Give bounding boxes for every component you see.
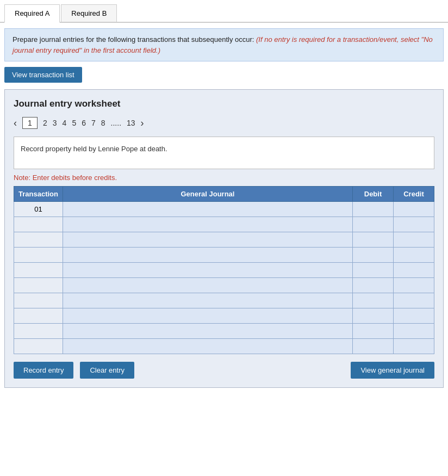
debit-input[interactable] bbox=[355, 234, 391, 245]
debit-input[interactable] bbox=[355, 250, 391, 260]
debit-cell[interactable] bbox=[353, 278, 394, 293]
debit-cell[interactable] bbox=[353, 308, 394, 324]
credit-cell[interactable] bbox=[394, 217, 434, 232]
credit-cell[interactable] bbox=[394, 324, 434, 339]
page-7[interactable]: 7 bbox=[91, 119, 96, 127]
debit-input[interactable] bbox=[355, 295, 391, 306]
debit-cell[interactable] bbox=[353, 293, 394, 308]
page-2[interactable]: 2 bbox=[43, 119, 47, 127]
debit-input[interactable] bbox=[355, 326, 391, 336]
instruction-main: Prepare journal entries for the followin… bbox=[13, 35, 256, 44]
col-header-credit: Credit bbox=[394, 187, 434, 202]
debit-cell[interactable] bbox=[353, 202, 394, 217]
credit-input[interactable] bbox=[396, 234, 432, 245]
journal-input[interactable] bbox=[65, 341, 350, 351]
debit-input[interactable] bbox=[355, 341, 391, 351]
prev-page-arrow[interactable]: ‹ bbox=[14, 118, 17, 129]
page-8[interactable]: 8 bbox=[101, 119, 105, 127]
journal-input[interactable] bbox=[65, 326, 350, 336]
debit-input[interactable] bbox=[355, 219, 391, 230]
page-1[interactable]: 1 bbox=[22, 117, 38, 129]
transaction-cell bbox=[14, 339, 63, 354]
page-6[interactable]: 6 bbox=[82, 119, 86, 127]
credit-cell[interactable] bbox=[394, 263, 434, 278]
general-journal-cell[interactable] bbox=[63, 217, 352, 232]
credit-cell[interactable] bbox=[394, 248, 434, 263]
page-13[interactable]: 13 bbox=[127, 119, 135, 127]
credit-input[interactable] bbox=[396, 265, 432, 275]
page-navigation: ‹ 1 2 3 4 5 6 7 8 ..... 13 › bbox=[14, 117, 434, 129]
page-ellipsis: ..... bbox=[111, 119, 121, 127]
journal-input[interactable] bbox=[65, 311, 350, 321]
clear-entry-button[interactable]: Clear entry bbox=[80, 362, 134, 379]
worksheet-container: Journal entry worksheet ‹ 1 2 3 4 5 6 7 … bbox=[4, 89, 444, 388]
journal-table: Transaction General Journal Debit Credit… bbox=[14, 186, 434, 354]
journal-input[interactable] bbox=[65, 250, 350, 260]
credit-input[interactable] bbox=[396, 204, 432, 214]
worksheet-title: Journal entry worksheet bbox=[14, 98, 434, 109]
general-journal-cell[interactable] bbox=[63, 202, 352, 217]
credit-input[interactable] bbox=[396, 250, 432, 260]
tab-required-a[interactable]: Required A bbox=[4, 4, 60, 23]
col-header-general-journal: General Journal bbox=[63, 187, 352, 202]
page-3[interactable]: 3 bbox=[53, 119, 57, 127]
credit-cell[interactable] bbox=[394, 202, 434, 217]
general-journal-cell[interactable] bbox=[63, 232, 352, 248]
credit-input[interactable] bbox=[396, 219, 432, 230]
description-text: Record property held by Lennie Pope at d… bbox=[21, 145, 167, 153]
general-journal-cell[interactable] bbox=[63, 324, 352, 339]
journal-input[interactable] bbox=[65, 265, 350, 275]
debit-input[interactable] bbox=[355, 311, 391, 321]
instruction-box: Prepare journal entries for the followin… bbox=[4, 28, 444, 61]
transaction-cell bbox=[14, 278, 63, 293]
credit-input[interactable] bbox=[396, 326, 432, 336]
journal-input[interactable] bbox=[65, 295, 350, 306]
debit-cell[interactable] bbox=[353, 217, 394, 232]
general-journal-cell[interactable] bbox=[63, 308, 352, 324]
transaction-cell bbox=[14, 263, 63, 278]
debit-cell[interactable] bbox=[353, 339, 394, 354]
debit-cell[interactable] bbox=[353, 263, 394, 278]
view-transaction-button[interactable]: View transaction list bbox=[4, 67, 82, 83]
credit-cell[interactable] bbox=[394, 339, 434, 354]
debit-input[interactable] bbox=[355, 280, 391, 290]
table-row bbox=[14, 278, 434, 293]
general-journal-cell[interactable] bbox=[63, 293, 352, 308]
transaction-cell bbox=[14, 293, 63, 308]
record-entry-button[interactable]: Record entry bbox=[14, 362, 73, 379]
page-5[interactable]: 5 bbox=[72, 119, 76, 127]
credit-cell[interactable] bbox=[394, 232, 434, 248]
general-journal-cell[interactable] bbox=[63, 278, 352, 293]
debit-cell[interactable] bbox=[353, 232, 394, 248]
debit-cell[interactable] bbox=[353, 324, 394, 339]
credit-cell[interactable] bbox=[394, 308, 434, 324]
table-row bbox=[14, 308, 434, 324]
page-4[interactable]: 4 bbox=[63, 119, 67, 127]
journal-input[interactable] bbox=[65, 204, 350, 214]
next-page-arrow[interactable]: › bbox=[141, 118, 144, 129]
general-journal-cell[interactable] bbox=[63, 263, 352, 278]
credit-cell[interactable] bbox=[394, 293, 434, 308]
debit-cell[interactable] bbox=[353, 248, 394, 263]
journal-input[interactable] bbox=[65, 234, 350, 245]
general-journal-cell[interactable] bbox=[63, 339, 352, 354]
transaction-cell bbox=[14, 308, 63, 324]
transaction-cell bbox=[14, 217, 63, 232]
credit-input[interactable] bbox=[396, 295, 432, 306]
debit-input[interactable] bbox=[355, 265, 391, 275]
tabs-bar: Required A Required B bbox=[0, 0, 448, 23]
table-row bbox=[14, 293, 434, 308]
transaction-cell bbox=[14, 248, 63, 263]
credit-input[interactable] bbox=[396, 280, 432, 290]
journal-input[interactable] bbox=[65, 280, 350, 290]
tab-required-b[interactable]: Required B bbox=[61, 4, 117, 22]
debit-input[interactable] bbox=[355, 204, 391, 214]
journal-input[interactable] bbox=[65, 219, 350, 230]
credit-input[interactable] bbox=[396, 341, 432, 351]
general-journal-cell[interactable] bbox=[63, 248, 352, 263]
credit-input[interactable] bbox=[396, 311, 432, 321]
credit-cell[interactable] bbox=[394, 278, 434, 293]
table-row bbox=[14, 339, 434, 354]
transaction-cell bbox=[14, 324, 63, 339]
view-general-journal-button[interactable]: View general journal bbox=[351, 362, 434, 379]
